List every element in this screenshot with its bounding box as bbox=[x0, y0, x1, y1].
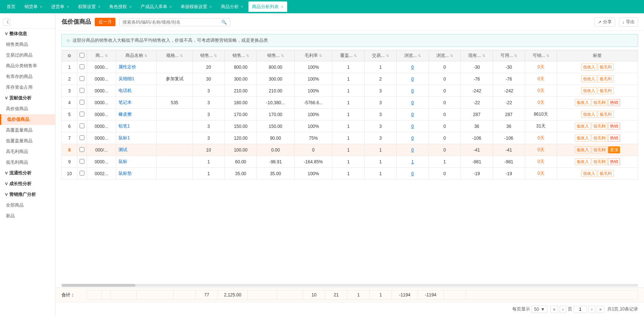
first-page-btn[interactable]: « bbox=[550, 306, 558, 313]
row-view1[interactable]: 0 bbox=[396, 120, 429, 132]
per-page-select[interactable]: 50 ▼ bbox=[531, 306, 547, 313]
row-name[interactable]: 橡皮擦 bbox=[116, 109, 157, 120]
row-view1[interactable]: 0 bbox=[396, 61, 429, 73]
row-name[interactable]: 铅笔1 bbox=[116, 120, 157, 132]
col-code[interactable]: 商... ⇅ bbox=[87, 50, 116, 61]
row-name[interactable]: 鼠标1 bbox=[116, 132, 157, 144]
sidebar-item-high-value[interactable]: 高价值商品 bbox=[0, 103, 55, 114]
nav-template-settings[interactable]: 单据模板设置 × bbox=[177, 1, 215, 12]
prev-page-btn[interactable]: ‹ bbox=[560, 306, 566, 313]
row-view1[interactable]: 0 bbox=[396, 132, 429, 144]
row-view1[interactable]: 0 bbox=[396, 109, 429, 120]
sidebar-item-stock-products[interactable]: 有库存的商品 bbox=[0, 71, 55, 82]
row-name[interactable]: 属性定价 bbox=[116, 61, 157, 73]
row-checkbox[interactable] bbox=[77, 97, 87, 109]
col-view1[interactable]: 浏览... ⇅ bbox=[396, 50, 429, 61]
col-sale-qty[interactable]: 销售... ⇅ bbox=[192, 50, 225, 61]
close-icon[interactable]: × bbox=[67, 4, 69, 9]
row-name[interactable]: 吴细细1 bbox=[116, 73, 157, 85]
row-checkbox[interactable] bbox=[77, 120, 87, 132]
nav-product-warehouse[interactable]: 产成品入库单 × bbox=[137, 1, 175, 12]
close-icon[interactable]: × bbox=[129, 4, 131, 9]
col-spec[interactable]: 规格... ⇅ bbox=[157, 50, 192, 61]
row-checkbox[interactable] bbox=[77, 132, 87, 144]
row-checkbox[interactable] bbox=[77, 156, 87, 168]
sidebar-item-high-gross[interactable]: 高毛利商品 bbox=[0, 146, 55, 157]
sidebar-item-low-value[interactable]: 低价值商品 bbox=[0, 114, 55, 125]
horizontal-scrollbar[interactable] bbox=[61, 284, 638, 287]
sidebar-item-sales-products[interactable]: 销售类商品 bbox=[0, 39, 55, 50]
period-button[interactable]: 近一月 bbox=[95, 18, 115, 26]
sidebar-item-new-products[interactable]: 新品 bbox=[0, 211, 55, 221]
col-name[interactable]: 商品名称 ⇅ bbox=[116, 50, 157, 61]
row-select-checkbox[interactable] bbox=[80, 76, 84, 81]
row-checkbox[interactable] bbox=[77, 61, 87, 73]
row-select-checkbox[interactable] bbox=[80, 135, 84, 140]
close-icon[interactable]: × bbox=[241, 4, 243, 9]
close-icon[interactable]: × bbox=[98, 4, 100, 9]
close-icon[interactable]: × bbox=[170, 4, 172, 9]
nav-product-analysis-list[interactable]: 商品分析列表 × bbox=[248, 1, 287, 12]
search-input[interactable] bbox=[123, 20, 220, 25]
close-icon[interactable]: × bbox=[40, 4, 42, 9]
row-checkbox[interactable] bbox=[77, 85, 87, 97]
col-trade[interactable]: 交易... ⇅ bbox=[365, 50, 397, 61]
row-select-checkbox[interactable] bbox=[80, 171, 84, 176]
row-select-checkbox[interactable] bbox=[80, 64, 84, 69]
row-name[interactable]: 鼠标垫 bbox=[116, 168, 157, 180]
nav-purchase[interactable]: 进货单 × bbox=[47, 1, 73, 12]
search-icon[interactable]: 🔍 bbox=[221, 20, 227, 25]
row-view1[interactable]: 1 bbox=[396, 156, 429, 168]
select-all-checkbox[interactable] bbox=[80, 53, 84, 58]
close-icon[interactable]: × bbox=[281, 4, 283, 9]
col-coverage[interactable]: 覆盖... ⇅ bbox=[332, 50, 365, 61]
col-days[interactable]: 可销... ⇅ bbox=[525, 50, 557, 61]
row-name[interactable]: 测试 bbox=[116, 144, 157, 156]
col-stock[interactable]: 现有... ⇅ bbox=[461, 50, 493, 61]
nav-sales[interactable]: 销货单 × bbox=[21, 1, 46, 12]
sidebar-item-high-coverage[interactable]: 高覆盖量商品 bbox=[0, 125, 55, 136]
sidebar-item-all-products[interactable]: 全部商品 bbox=[0, 200, 55, 211]
row-select-checkbox[interactable] bbox=[80, 123, 84, 128]
close-icon[interactable]: × bbox=[209, 4, 212, 9]
col-gross-rate[interactable]: 毛利率 ⇅ bbox=[294, 50, 332, 61]
row-checkbox[interactable] bbox=[77, 144, 87, 156]
scrollbar-thumb[interactable] bbox=[61, 284, 135, 287]
sidebar-item-category-rate[interactable]: 商品分类销售率 bbox=[0, 61, 55, 71]
sidebar-item-stock-value[interactable]: 库存资金占用 bbox=[0, 82, 55, 93]
export-button[interactable]: ↓ 导出 bbox=[619, 17, 638, 27]
row-select-checkbox[interactable] bbox=[80, 88, 84, 93]
row-name[interactable]: 电话机 bbox=[116, 85, 157, 97]
col-avail[interactable]: 可用... ⇅ bbox=[493, 50, 525, 61]
col-sale-amount2[interactable]: 销售... ⇅ bbox=[257, 50, 295, 61]
row-checkbox[interactable] bbox=[77, 168, 87, 180]
sidebar-section-value[interactable]: ∨ 贡献值分析 bbox=[0, 93, 55, 103]
col-view2[interactable]: 浏览... ⇅ bbox=[429, 50, 461, 61]
row-name[interactable]: 鼠标 bbox=[116, 156, 157, 168]
next-page-btn[interactable]: › bbox=[588, 306, 595, 313]
page-input[interactable] bbox=[574, 306, 587, 313]
nav-roles[interactable]: 角色授权 × bbox=[105, 1, 135, 12]
sidebar-item-low-gross[interactable]: 低毛利商品 bbox=[0, 157, 55, 168]
sidebar-section-overall[interactable]: ∨ 整体信息 bbox=[0, 28, 55, 39]
row-select-checkbox[interactable] bbox=[80, 159, 84, 164]
row-select-checkbox[interactable] bbox=[80, 100, 84, 105]
sidebar-item-traded-products[interactable]: 交易过的商品 bbox=[0, 50, 55, 61]
col-sale-amount1[interactable]: 销售... ⇅ bbox=[225, 50, 257, 61]
nav-product-analysis[interactable]: 商品分析 × bbox=[217, 1, 247, 12]
nav-home[interactable]: 首页 bbox=[3, 1, 19, 12]
last-page-btn[interactable]: » bbox=[597, 306, 604, 313]
row-view1[interactable]: 0 bbox=[396, 144, 429, 156]
row-view1[interactable]: 0 bbox=[396, 168, 429, 180]
sidebar-item-low-coverage[interactable]: 低覆盖量商品 bbox=[0, 136, 55, 146]
row-select-checkbox[interactable] bbox=[80, 147, 84, 152]
row-view1[interactable]: 0 bbox=[396, 97, 429, 109]
col-settings[interactable]: ⚙ bbox=[62, 50, 77, 61]
row-checkbox[interactable] bbox=[77, 109, 87, 120]
sidebar-section-flow[interactable]: ∨ 流通性分析 bbox=[0, 168, 55, 179]
row-name[interactable]: 笔记本 bbox=[116, 97, 157, 109]
sidebar-section-marketing[interactable]: ∨ 营销推广分析 bbox=[0, 189, 55, 200]
row-view1[interactable]: 0 bbox=[396, 85, 429, 97]
sidebar-collapse-btn[interactable]: 《 bbox=[3, 18, 10, 26]
row-select-checkbox[interactable] bbox=[80, 112, 84, 116]
